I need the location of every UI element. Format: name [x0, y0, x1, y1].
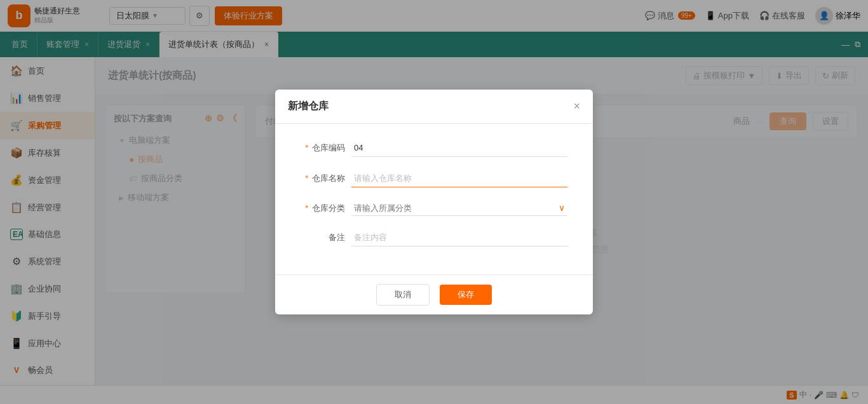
- form-label-name: * 仓库名称: [301, 173, 345, 184]
- new-warehouse-dialog: 新增仓库 × * 仓库编码 *: [275, 90, 593, 314]
- main-layout: 🏠 首页 📊 销售管理 🛒 采购管理 📦 库存核算 💰 资金管理 📋 经营管理 …: [0, 57, 868, 404]
- save-button[interactable]: 保存: [440, 285, 492, 305]
- form-row-note: 备注: [301, 229, 567, 246]
- dialog-footer: 取消 保存: [275, 274, 593, 314]
- category-input[interactable]: [354, 203, 559, 213]
- form-label-category: * 仓库分类: [301, 203, 345, 214]
- content-area: 进货单统计(按商品) 🖨 按模板打印 ▼ ⬇ 导出 ↻ 刷新: [95, 57, 868, 404]
- warehouse-name-input[interactable]: [351, 170, 567, 187]
- form-label-note: 备注: [301, 232, 345, 243]
- dialog-close-button[interactable]: ×: [573, 100, 580, 113]
- required-star-code: *: [305, 143, 308, 152]
- warehouse-code-input[interactable]: [351, 139, 567, 157]
- dialog-overlay: 新增仓库 × * 仓库编码 *: [95, 57, 868, 404]
- form-row-name: * 仓库名称: [301, 170, 567, 187]
- dialog-title: 新增仓库: [288, 100, 329, 113]
- form-row-category: * 仓库分类 ∨: [301, 200, 567, 216]
- warehouse-category-select[interactable]: ∨: [351, 200, 567, 216]
- required-star-name: *: [305, 173, 308, 183]
- cancel-button[interactable]: 取消: [376, 284, 430, 306]
- required-star-category: *: [305, 203, 308, 213]
- warehouse-note-input[interactable]: [351, 229, 567, 246]
- form-row-code: * 仓库编码: [301, 139, 567, 157]
- dialog-header: 新增仓库 ×: [275, 90, 593, 124]
- category-dropdown-arrow: ∨: [559, 203, 565, 213]
- dialog-body: * 仓库编码 * 仓库名称: [275, 124, 593, 274]
- form-label-code: * 仓库编码: [301, 142, 345, 154]
